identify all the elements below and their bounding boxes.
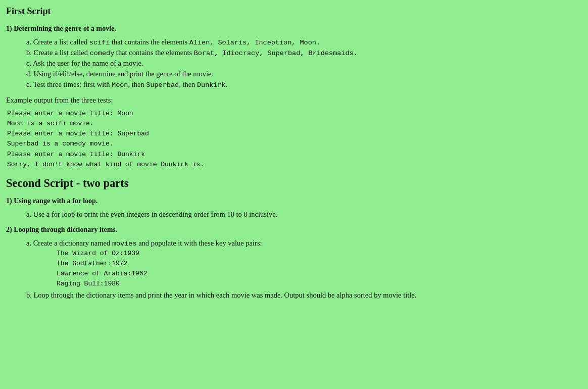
item-text: that contains the elements <box>110 38 189 46</box>
code-line: Sorry, I don't know what kind of movie D… <box>7 160 582 170</box>
item-text-4: . <box>226 80 228 88</box>
item-label: b. Create a list called <box>26 48 90 57</box>
section2-2-heading: 2) Looping through dictionary items. <box>6 226 582 234</box>
code-comedy: comedy <box>90 50 115 57</box>
item-text: that contains the elements <box>114 48 193 57</box>
dict-entry: Lawrence of Arabia:1962 <box>57 269 582 279</box>
item-text: a. Use a for loop to print the even inte… <box>26 210 277 218</box>
code-elements-scifi: Alien, Solaris, Inception, Moon. <box>189 39 320 46</box>
list-item: a. Create a dictionary named movies and … <box>26 239 582 289</box>
code-moon: Moon <box>112 81 128 89</box>
instruction-list-3: a. Create a dictionary named movies and … <box>6 239 582 300</box>
section2-1-heading: 1) Using range with a for loop. <box>6 197 582 205</box>
list-item: a. Create a list called scifi that conta… <box>26 38 582 46</box>
second-script-title: Second Script - two parts <box>6 177 582 190</box>
dict-entry: The Wizard of Oz:1939 <box>57 249 582 259</box>
list-item: b. Create a list called comedy that cont… <box>26 48 582 57</box>
item-text: b. Loop through the dictionary items and… <box>26 291 416 299</box>
code-dunkirk: Dunkirk <box>197 81 226 89</box>
first-script-title: First Script <box>6 6 582 17</box>
list-item: d. Using if/elif/else, determine and pri… <box>26 70 582 78</box>
code-line: Please enter a movie title: Moon <box>7 109 582 119</box>
section1-heading: 1) Determining the genre of a movie. <box>6 25 582 33</box>
code-line: Superbad is a comedy movie. <box>7 139 582 149</box>
item-text: e. Test three times: first with <box>26 80 112 88</box>
list-item: b. Loop through the dictionary items and… <box>26 291 582 300</box>
item-text: d. Using if/elif/else, determine and pri… <box>26 70 213 78</box>
code-line: Moon is a scifi movie. <box>7 119 582 129</box>
code-output-block: Please enter a movie title: Moon Moon is… <box>7 109 582 170</box>
code-superbad: Superbad <box>146 81 179 89</box>
item-text: c. Ask the user for the name of a movie. <box>26 59 143 67</box>
list-item: a. Use a for loop to print the even inte… <box>26 210 582 219</box>
code-line: Please enter a movie title: Superbad <box>7 129 582 139</box>
dict-entry: Raging Bull:1980 <box>57 279 582 289</box>
list-item: e. Test three times: first with Moon, th… <box>26 80 582 89</box>
code-scifi: scifi <box>89 39 110 46</box>
instruction-list-2: a. Use a for loop to print the even inte… <box>6 210 582 219</box>
item-text-3: , then <box>179 80 197 88</box>
code-elements-comedy: Borat, Idiocracy, Superbad, Bridesmaids. <box>194 50 358 57</box>
item-text-2: and populate it with these key value pai… <box>137 239 262 247</box>
dict-entry: The Godfather:1972 <box>57 259 582 269</box>
dict-block: The Wizard of Oz:1939 The Godfather:1972… <box>57 249 582 289</box>
item-text: a. Create a dictionary named <box>26 239 112 247</box>
code-line: Please enter a movie title: Dunkirk <box>7 150 582 160</box>
item-label: a. Create a list called <box>26 38 89 46</box>
code-movies: movies <box>112 240 137 248</box>
list-item: c. Ask the user for the name of a movie. <box>26 59 582 68</box>
item-text-2: , then <box>128 80 146 88</box>
instruction-list-1: a. Create a list called scifi that conta… <box>6 38 582 89</box>
example-label: Example output from the three tests: <box>6 96 582 105</box>
